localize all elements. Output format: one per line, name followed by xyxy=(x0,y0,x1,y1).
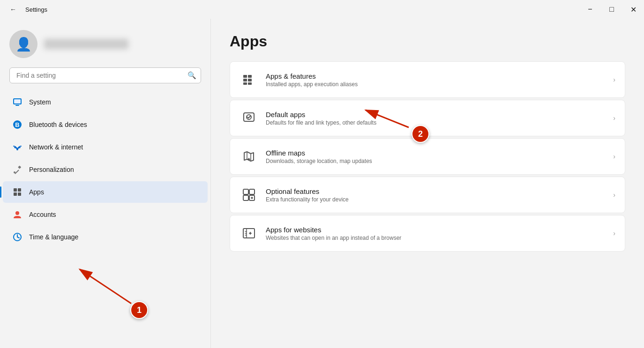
svg-rect-2 xyxy=(14,99,21,104)
settings-item-offline-maps[interactable]: Offline maps Downloads, storage location… xyxy=(230,138,625,175)
maximize-button[interactable]: □ xyxy=(601,0,622,19)
titlebar-left: ← Settings xyxy=(6,0,47,19)
nav-accounts-label: Accounts xyxy=(29,211,56,218)
avatar: 👤 xyxy=(9,30,37,58)
nav-network[interactable]: Network & internet xyxy=(3,136,208,158)
settings-item-default-apps[interactable]: Default apps Defaults for file and link … xyxy=(230,100,625,136)
offline-maps-chevron: › xyxy=(613,153,615,160)
apps-features-chevron: › xyxy=(613,76,615,83)
svg-rect-10 xyxy=(18,188,21,192)
user-section: 👤 xyxy=(0,24,210,67)
svg-rect-22 xyxy=(248,82,252,85)
titlebar-controls: − □ ✕ xyxy=(579,0,644,19)
optional-features-text: Optional features Extra functionality fo… xyxy=(266,187,606,203)
nav-system[interactable]: System xyxy=(3,91,208,113)
nav-network-label: Network & internet xyxy=(29,143,83,151)
accounts-icon xyxy=(12,209,22,220)
offline-maps-desc: Downloads, storage location, map updates xyxy=(266,158,606,164)
close-button[interactable]: ✕ xyxy=(622,0,644,19)
svg-point-13 xyxy=(15,211,19,215)
svg-rect-28 xyxy=(249,189,255,194)
main-layout: 👤 🔍 System xyxy=(0,19,644,348)
svg-rect-17 xyxy=(243,75,247,78)
optional-features-icon xyxy=(240,185,258,204)
nav-bluetooth[interactable]: B Bluetooth & devices xyxy=(3,114,208,135)
nav-personalization[interactable]: Personalization xyxy=(3,159,208,180)
apps-icon xyxy=(12,187,22,197)
apps-features-text: Apps & features Installed apps, app exec… xyxy=(266,72,606,88)
settings-item-optional-features[interactable]: Optional features Extra functionality fo… xyxy=(230,177,625,213)
svg-rect-12 xyxy=(18,193,21,196)
nav-system-label: System xyxy=(29,98,51,106)
apps-features-icon xyxy=(240,70,258,89)
search-box: 🔍 xyxy=(9,67,201,83)
personalization-icon xyxy=(12,164,22,175)
svg-rect-18 xyxy=(248,75,252,78)
apps-websites-icon xyxy=(240,224,258,243)
offline-maps-icon xyxy=(240,147,258,166)
svg-rect-19 xyxy=(243,79,247,81)
apps-features-title: Apps & features xyxy=(266,72,606,80)
svg-rect-7 xyxy=(18,165,21,169)
optional-features-title: Optional features xyxy=(266,187,606,195)
svg-point-5 xyxy=(16,148,18,150)
minimize-button[interactable]: − xyxy=(579,0,601,19)
svg-rect-29 xyxy=(243,195,248,200)
svg-rect-27 xyxy=(243,189,248,194)
default-apps-desc: Defaults for file and link types, other … xyxy=(266,119,606,126)
time-icon xyxy=(12,232,22,242)
svg-rect-21 xyxy=(243,82,247,85)
apps-features-desc: Installed apps, app execution aliases xyxy=(266,81,606,88)
svg-rect-1 xyxy=(15,105,19,106)
content-area: Apps Apps & features Installed a xyxy=(211,19,644,348)
svg-point-8 xyxy=(14,171,15,173)
svg-text:B: B xyxy=(15,121,19,128)
user-name xyxy=(44,39,128,49)
apps-websites-text: Apps for websites Websites that can open… xyxy=(266,226,606,241)
titlebar-title: Settings xyxy=(25,6,47,13)
svg-line-16 xyxy=(17,237,19,238)
bluetooth-icon: B xyxy=(12,119,22,130)
default-apps-chevron: › xyxy=(613,114,615,122)
nav-bluetooth-label: Bluetooth & devices xyxy=(29,121,87,128)
default-apps-title: Default apps xyxy=(266,111,606,118)
offline-maps-text: Offline maps Downloads, storage location… xyxy=(266,149,606,164)
settings-item-apps-features[interactable]: Apps & features Installed apps, app exec… xyxy=(230,61,625,98)
apps-websites-title: Apps for websites xyxy=(266,226,606,234)
optional-features-chevron: › xyxy=(613,191,615,199)
nav-time[interactable]: Time & language xyxy=(3,226,208,248)
nav-personalization-label: Personalization xyxy=(29,166,74,173)
default-apps-text: Default apps Defaults for file and link … xyxy=(266,111,606,126)
nav-apps[interactable]: Apps xyxy=(3,181,208,203)
network-icon xyxy=(12,142,22,152)
apps-websites-chevron: › xyxy=(613,230,615,237)
nav-apps-label: Apps xyxy=(29,188,44,196)
nav-accounts[interactable]: Accounts xyxy=(3,204,208,225)
optional-features-desc: Extra functionality for your device xyxy=(266,196,606,203)
apps-websites-desc: Websites that can open in an app instead… xyxy=(266,235,606,241)
default-apps-icon xyxy=(240,109,258,127)
titlebar: ← Settings − □ ✕ xyxy=(0,0,644,19)
system-icon xyxy=(12,97,22,107)
sidebar: 👤 🔍 System xyxy=(0,19,211,348)
page-title: Apps xyxy=(230,33,625,50)
settings-list: Apps & features Installed apps, app exec… xyxy=(230,61,625,252)
svg-rect-11 xyxy=(14,193,17,196)
svg-rect-20 xyxy=(248,79,252,81)
svg-rect-9 xyxy=(14,188,17,192)
back-button[interactable]: ← xyxy=(6,0,21,19)
offline-maps-title: Offline maps xyxy=(266,149,606,157)
settings-item-apps-websites[interactable]: Apps for websites Websites that can open… xyxy=(230,215,625,252)
nav-time-label: Time & language xyxy=(29,233,78,241)
user-icon: 👤 xyxy=(15,37,32,52)
search-input[interactable] xyxy=(9,67,201,83)
